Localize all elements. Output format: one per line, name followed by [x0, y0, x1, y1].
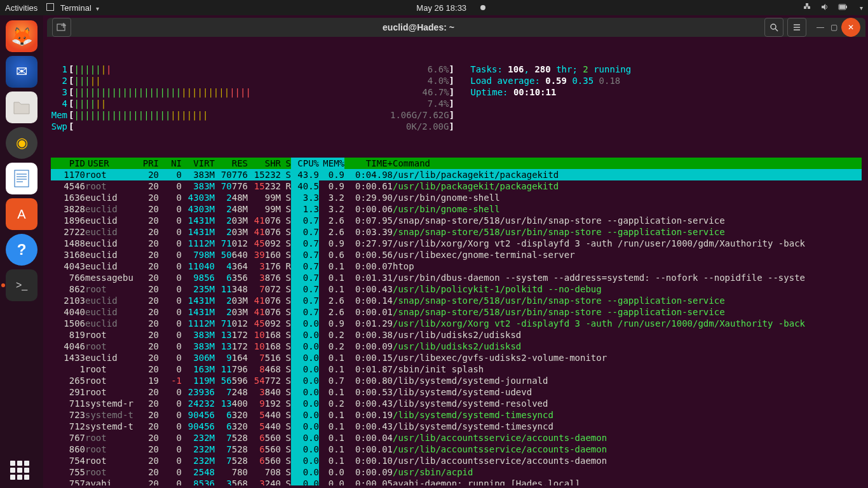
dock-thunderbird[interactable]: ✉ — [6, 56, 37, 88]
notification-indicator-icon — [480, 5, 485, 10]
table-row[interactable]: 757avahi200853635683240S0.00.00:00.05ava… — [51, 478, 862, 485]
table-row[interactable]: 4043euclid2001104043643176R0.70.10:00.07… — [51, 261, 862, 272]
clock[interactable]: May 26 18:33 — [416, 3, 466, 13]
table-row[interactable]: 1506euclid2001112M7101245092S0.00.90:01.… — [51, 318, 862, 329]
table-row[interactable]: 291root2002393672483840S0.00.10:00.53/li… — [51, 386, 862, 398]
table-row[interactable]: 265root19-1119M5659654772S0.00.70:00.80/… — [51, 375, 862, 386]
terminal-window: euclid@Hades: ~ — ▢ ✕ 1[||||||| 6.6%] Ta… — [47, 18, 865, 485]
table-row[interactable]: 4046root200383M1317210168S0.00.20:00.09/… — [51, 341, 862, 352]
network-icon[interactable] — [803, 3, 811, 13]
app-menu[interactable]: Terminal ▾ — [46, 3, 99, 13]
table-row[interactable]: 755root2002548780708S0.00.00:00.09/usr/s… — [51, 466, 862, 478]
activities-button[interactable]: Activities — [5, 3, 37, 13]
hamburger-menu-button[interactable] — [787, 18, 806, 37]
col-user[interactable]: USER — [85, 158, 136, 169]
htop-output[interactable]: 1[||||||| 6.6%] Tasks: 106, 280 thr; 2 r… — [47, 37, 865, 485]
dock-show-apps[interactable] — [6, 456, 37, 488]
chevron-down-icon: ▾ — [96, 5, 99, 12]
window-titlebar: euclid@Hades: ~ — ▢ ✕ — [47, 18, 865, 37]
dock: 🦊 ✉ ◉ A ? >_ — [0, 15, 43, 488]
meter-Swp: Swp[ 0K/2.00G] — [51, 121, 862, 132]
volume-icon[interactable] — [820, 3, 829, 13]
table-row[interactable]: 819root200383M1317210168S0.00.20:00.38/u… — [51, 329, 862, 341]
col-s[interactable]: S — [281, 158, 291, 169]
col-res[interactable]: RES — [215, 158, 248, 169]
table-row[interactable]: 1896euclid2001431M203M41076S0.72.60:07.9… — [51, 215, 862, 226]
process-table[interactable]: PIDUSERPRINIVIRTRESSHRSCPU%MEM%TIME+Comm… — [51, 158, 862, 485]
minimize-button[interactable]: — — [817, 23, 824, 32]
maximize-button[interactable]: ▢ — [831, 23, 837, 32]
col-pid[interactable]: PID — [51, 158, 85, 169]
svg-rect-4 — [846, 6, 847, 8]
new-tab-button[interactable] — [52, 18, 71, 37]
table-row[interactable]: 862root200235M113487072S0.70.10:00.43/us… — [51, 283, 862, 295]
app-menu-label: Terminal — [60, 3, 92, 13]
window-title: euclid@Hades: ~ — [76, 22, 761, 32]
dock-writer[interactable] — [6, 163, 37, 194]
meter-4: 4[|||||| 7.4%] — [51, 98, 454, 109]
table-row[interactable]: 860root200232M75286560S0.00.10:00.01/usr… — [51, 444, 862, 455]
col-cpu%[interactable]: CPU% — [291, 158, 319, 169]
table-header[interactable]: PIDUSERPRINIVIRTRESSHRSCPU%MEM%TIME+Comm… — [51, 158, 862, 169]
table-row[interactable]: 2103euclid2001431M203M41076S0.72.60:00.1… — [51, 295, 862, 306]
table-row[interactable]: 3828euclid2004303M248M99MS1.33.20:00.06/… — [51, 203, 862, 215]
table-row[interactable]: 4546root200383M7077615232R40.50.90:00.61… — [51, 180, 862, 192]
meter-1: 1[||||||| 6.6%] — [51, 64, 454, 75]
svg-rect-6 — [15, 170, 29, 187]
col-time+[interactable]: TIME+ — [344, 158, 393, 169]
table-row[interactable]: 3168euclid200798M5064039160S0.70.60:00.5… — [51, 249, 862, 261]
meter-3: 3[||||||||||||||||||||||||||||||||| 46.7… — [51, 86, 454, 98]
dock-terminal[interactable]: >_ — [6, 269, 37, 301]
col-pri[interactable]: PRI — [136, 158, 159, 169]
table-row[interactable]: 723systemd-t2009045663205440S0.00.10:00.… — [51, 409, 862, 421]
dock-software[interactable]: A — [6, 198, 37, 230]
table-row[interactable]: 4040euclid2001431M203M41076S0.72.60:00.0… — [51, 306, 862, 318]
svg-rect-2 — [806, 3, 808, 6]
col-virt[interactable]: VIRT — [182, 158, 215, 169]
dock-rhythmbox[interactable]: ◉ — [6, 127, 37, 159]
table-row[interactable]: 1170root200383M7077615232S43.90.90:04.98… — [51, 169, 862, 180]
table-row[interactable]: 766messagebu200985663563876S0.70.10:01.3… — [51, 272, 862, 283]
meter-Mem: Mem[||||||||||||||||||||||||| 1.06G/7.62… — [51, 109, 862, 121]
table-row[interactable]: 1root200163M117968468S0.00.10:01.87/sbin… — [51, 363, 862, 375]
table-row[interactable]: 1488euclid2001112M7101245092S0.70.90:27.… — [51, 238, 862, 249]
table-row[interactable]: 1636euclid2004303M248M99MS3.33.20:29.90/… — [51, 192, 862, 203]
battery-icon[interactable] — [838, 3, 848, 13]
col-mem%[interactable]: MEM% — [319, 158, 344, 169]
meter-2: 2[||||| 4.0%] — [51, 75, 454, 86]
table-row[interactable]: 754root200232M75286560S0.00.10:00.10/usr… — [51, 455, 862, 466]
table-row[interactable]: 2722euclid2001431M203M41076S0.72.60:03.3… — [51, 226, 862, 238]
dock-files[interactable] — [6, 92, 37, 123]
svg-line-15 — [775, 29, 778, 31]
col-command[interactable]: Command — [393, 158, 862, 169]
dock-help[interactable]: ? — [6, 234, 37, 266]
chevron-down-icon[interactable]: ▾ — [860, 4, 863, 11]
dock-firefox[interactable]: 🦊 — [6, 20, 37, 52]
col-shr[interactable]: SHR — [248, 158, 281, 169]
table-row[interactable]: 712systemd-t2009045663205440S0.00.10:00.… — [51, 421, 862, 432]
close-button[interactable]: ✕ — [841, 18, 860, 37]
svg-point-14 — [771, 24, 776, 29]
table-row[interactable]: 711systemd-r20024232134009192S0.00.20:00… — [51, 398, 862, 409]
svg-rect-5 — [839, 5, 845, 9]
table-row[interactable]: 1433euclid200306M91647516S0.00.10:00.15/… — [51, 352, 862, 363]
table-row[interactable]: 767root200232M75286560S0.00.10:00.04/usr… — [51, 432, 862, 444]
gnome-top-bar: Activities Terminal ▾ May 26 18:33 ▾ — [0, 0, 868, 15]
terminal-icon — [46, 3, 54, 11]
col-ni[interactable]: NI — [159, 158, 182, 169]
search-button[interactable] — [764, 18, 783, 37]
